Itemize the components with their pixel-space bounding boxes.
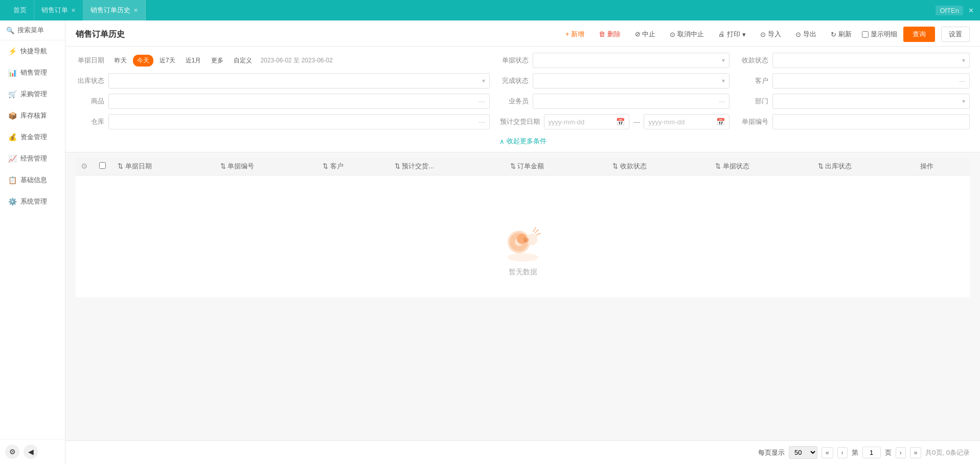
outbound-status-arrow: ▾ (482, 77, 485, 84)
sidebar-bottom: ⚙ ◀ (0, 439, 65, 464)
top-bar-right: OfTEn ✕ (936, 6, 974, 15)
customer-dots: ··· (959, 77, 965, 85)
table-check-col[interactable] (94, 158, 112, 175)
main-layout: 🔍 搜索菜单 ⚡ 快捷导航 📊 销售管理 🛒 采购管理 📦 库存核算 💰 资金管… (0, 20, 980, 464)
customer-control[interactable]: ··· (772, 73, 970, 89)
bill-number-control[interactable] (772, 114, 970, 129)
per-page-label: 每页显示 (758, 448, 785, 457)
export-button[interactable]: ⊙ 导出 (791, 28, 821, 41)
collapse-up-icon: ∧ (499, 138, 505, 145)
filter-salesperson: 业务员 ··· (500, 94, 730, 109)
refresh-button[interactable]: ↻ 刷新 (827, 28, 856, 41)
setting-button[interactable]: 设置 (941, 27, 970, 42)
empty-text: 暂无数据 (509, 268, 537, 277)
date-divider: — (631, 118, 642, 126)
svg-point-5 (523, 237, 529, 242)
new-button[interactable]: + 新增 (561, 28, 588, 41)
sidebar-item-quick-nav[interactable]: ⚡ 快捷导航 (0, 40, 65, 62)
complete-status-control[interactable]: ▾ (533, 73, 730, 89)
outbound-status-control[interactable]: ▾ (108, 73, 490, 89)
salesperson-control[interactable]: ··· (533, 94, 730, 109)
operations-mgmt-icon: 📈 (8, 154, 16, 163)
date-btn-7days[interactable]: 近7天 (155, 55, 179, 67)
date-btn-more[interactable]: 更多 (207, 55, 227, 67)
last-page-button[interactable]: » (910, 447, 922, 458)
expected-delivery-label: 预计交货日期 (500, 117, 540, 126)
print-button[interactable]: 🖨 打印 ▾ (714, 28, 750, 41)
complete-status-label: 完成状态 (500, 76, 529, 85)
sidebar-item-basic-info[interactable]: 📋 基础信息 (0, 169, 65, 191)
product-control[interactable]: ··· (108, 94, 490, 109)
col-bill-status: ⇅ 单据状态 (710, 158, 813, 175)
table-settings-gear[interactable]: ⚙ (81, 162, 87, 170)
show-detail-checkbox[interactable]: 显示明细 (862, 30, 897, 39)
warehouse-control[interactable]: ··· (108, 114, 490, 129)
quick-nav-icon: ⚡ (8, 47, 16, 55)
tab-sales-order[interactable]: 销售订单 ✕ (34, 0, 83, 20)
product-dots: ··· (479, 97, 485, 105)
delete-button[interactable]: 🗑 删除 (595, 28, 625, 41)
system-mgmt-icon: ⚙️ (8, 197, 16, 206)
page-number-input[interactable] (862, 447, 881, 458)
table-area: ⚙ ⇅ 单据日期 ⇅ 单据编号 (65, 152, 980, 440)
tab-home[interactable]: 首页 (6, 0, 34, 20)
data-table: ⚙ ⇅ 单据日期 ⇅ 单据编号 (76, 158, 970, 297)
sidebar-settings-icon[interactable]: ⚙ (5, 445, 19, 459)
bill-status-control[interactable]: ▾ (533, 53, 730, 68)
expected-delivery-to[interactable]: yyyy-mm-dd 📅 (644, 114, 730, 129)
date-btn-yesterday[interactable]: 昨天 (110, 55, 131, 67)
collapse-row[interactable]: ∧ 收起更多条件 (76, 135, 970, 146)
table-settings-col[interactable]: ⚙ (76, 158, 94, 175)
close-sales-order-tab[interactable]: ✕ (71, 7, 76, 14)
cancel-stop-icon: ⊙ (670, 31, 675, 38)
calendar-to-icon: 📅 (716, 118, 725, 126)
filter-date: 单据日期 昨天 今天 近7天 近1月 更多 自定义 2023-06-02 至 (76, 55, 490, 67)
expected-delivery-from[interactable]: yyyy-mm-dd 📅 (544, 114, 630, 129)
sidebar-item-finance-mgmt[interactable]: 💰 资金管理 (0, 126, 65, 148)
import-icon: ⊙ (760, 31, 766, 38)
query-button[interactable]: 查询 (903, 27, 935, 42)
salesperson-label: 业务员 (500, 97, 529, 106)
select-all-checkbox[interactable] (99, 162, 106, 169)
payment-status-control[interactable]: ▾ (772, 53, 970, 68)
prev-page-button[interactable]: ‹ (837, 447, 848, 458)
svg-line-8 (537, 233, 540, 235)
table-header-row: ⚙ ⇅ 单据日期 ⇅ 单据编号 (76, 158, 970, 175)
first-page-button[interactable]: « (822, 447, 833, 458)
stop-button[interactable]: ⊘ 中止 (631, 28, 660, 41)
sidebar-item-inventory-check[interactable]: 📦 库存核算 (0, 105, 65, 126)
department-control[interactable]: ▾ (772, 94, 970, 109)
col-payment-status: ⇅ 收款状态 (607, 158, 710, 175)
sidebar-search[interactable]: 🔍 搜索菜单 (0, 20, 65, 40)
import-button[interactable]: ⊙ 导入 (756, 28, 785, 41)
sales-mgmt-icon: 📊 (8, 69, 16, 77)
payment-status-label: 收款状态 (740, 56, 768, 65)
sidebar-item-system-mgmt[interactable]: ⚙️ 系统管理 (0, 191, 65, 212)
sidebar-item-purchase-mgmt[interactable]: 🛒 采购管理 (0, 83, 65, 105)
date-btn-today[interactable]: 今天 (133, 55, 153, 67)
per-page-select[interactable]: 10 20 50 100 (789, 446, 817, 459)
sidebar-collapse-icon[interactable]: ◀ (24, 445, 38, 459)
basic-info-icon: 📋 (8, 176, 16, 184)
pagination: 每页显示 10 20 50 100 « ‹ 第 页 › » 共0页, 0条记录 (65, 440, 980, 464)
sidebar-item-operations-mgmt[interactable]: 📈 经营管理 (0, 148, 65, 169)
col-date: ⇅ 单据日期 (112, 158, 215, 175)
svg-line-6 (533, 228, 536, 232)
cancel-stop-button[interactable]: ⊙ 取消中止 (666, 28, 708, 41)
date-btn-1month[interactable]: 近1月 (181, 55, 206, 67)
customer-label: 客户 (740, 76, 768, 85)
next-page-button[interactable]: › (896, 447, 906, 458)
date-btn-custom[interactable]: 自定义 (230, 55, 256, 67)
table-head: ⚙ ⇅ 单据日期 ⇅ 单据编号 (76, 158, 970, 175)
filter-warehouse: 仓库 ··· (76, 114, 490, 129)
search-icon: 🔍 (6, 27, 14, 34)
filter-customer: 客户 ··· (740, 73, 970, 89)
topbar-close-icon[interactable]: ✕ (968, 7, 974, 14)
close-history-tab[interactable]: ✕ (133, 7, 138, 14)
show-detail-input[interactable] (862, 31, 869, 38)
sidebar-item-sales-mgmt[interactable]: 📊 销售管理 (0, 62, 65, 83)
warehouse-dots: ··· (479, 118, 485, 126)
content-area: 销售订单历史 + 新增 🗑 删除 ⊘ 中止 ⊙ 取消中止 🖨 打印 ▾ (65, 20, 980, 464)
tab-sales-order-history[interactable]: 销售订单历史 ✕ (83, 0, 146, 20)
col-customer: ⇅ 客户 (317, 158, 389, 175)
